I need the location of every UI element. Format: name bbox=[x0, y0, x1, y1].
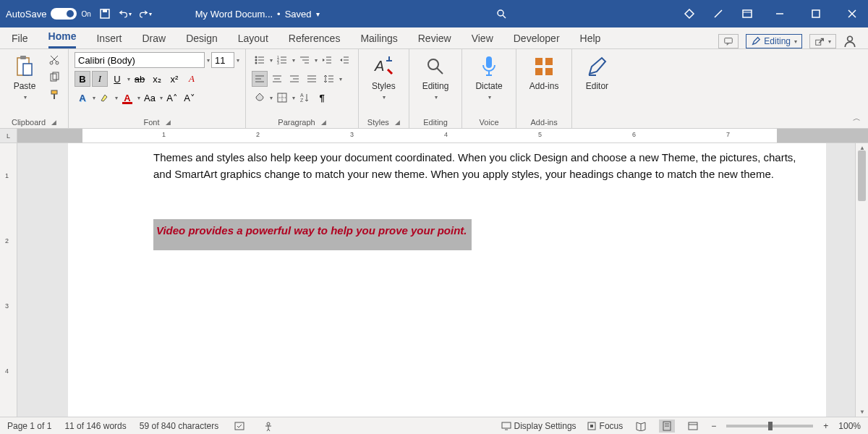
styles-icon: A bbox=[372, 55, 395, 78]
cut-button[interactable] bbox=[46, 52, 62, 68]
format-painter-button[interactable] bbox=[46, 87, 62, 103]
dialog-launcher-icon[interactable]: ◢ bbox=[395, 119, 400, 126]
zoom-in-button[interactable]: + bbox=[823, 421, 828, 431]
document-page[interactable]: Themes and styles also help keep your do… bbox=[68, 143, 826, 417]
save-icon[interactable] bbox=[98, 7, 111, 20]
dialog-launcher-icon[interactable]: ◢ bbox=[166, 119, 171, 126]
tab-help[interactable]: Help bbox=[580, 30, 601, 48]
subscript-button[interactable]: x₂ bbox=[149, 71, 165, 87]
account-icon[interactable] bbox=[843, 35, 856, 48]
app-window-icon[interactable] bbox=[741, 7, 754, 20]
align-left-button[interactable] bbox=[252, 71, 268, 87]
tab-design[interactable]: Design bbox=[186, 30, 218, 48]
paragraph-2-selected[interactable]: Video provides a powerful way to help yo… bbox=[68, 219, 826, 250]
print-layout-button[interactable] bbox=[659, 420, 675, 433]
spelling-icon[interactable] bbox=[231, 420, 247, 433]
paragraph-1[interactable]: Themes and styles also help keep your do… bbox=[68, 149, 826, 183]
tab-references[interactable]: References bbox=[289, 30, 341, 48]
clear-formatting-button[interactable]: A bbox=[184, 71, 200, 87]
tab-home[interactable]: Home bbox=[48, 27, 77, 48]
horizontal-ruler[interactable]: L 1 2 3 4 5 6 7 bbox=[0, 129, 868, 143]
redo-icon[interactable]: ▾ bbox=[139, 7, 152, 20]
scrollbar-thumb[interactable] bbox=[858, 150, 866, 201]
svg-point-24 bbox=[255, 56, 258, 59]
italic-button[interactable]: I bbox=[92, 71, 108, 87]
editing-mode-button[interactable]: Editing▾ bbox=[746, 34, 802, 48]
tab-layout[interactable]: Layout bbox=[238, 30, 268, 48]
search-icon[interactable] bbox=[495, 7, 508, 20]
tab-review[interactable]: Review bbox=[418, 30, 451, 48]
diamond-icon[interactable] bbox=[683, 7, 696, 20]
tab-mailings[interactable]: Mailings bbox=[360, 30, 397, 48]
highlight-button[interactable] bbox=[97, 90, 113, 106]
autosave-toggle[interactable]: AutoSave On bbox=[6, 8, 91, 20]
numbering-button[interactable]: 123 bbox=[274, 52, 290, 68]
justify-button[interactable] bbox=[304, 71, 320, 87]
vertical-scrollbar[interactable]: ▲ ▼ bbox=[855, 143, 868, 417]
bullets-button[interactable] bbox=[252, 52, 268, 68]
vertical-ruler[interactable]: 1 2 3 4 bbox=[0, 143, 17, 417]
copy-button[interactable] bbox=[46, 69, 62, 85]
addins-button[interactable]: Add-ins bbox=[522, 52, 566, 94]
sort-button[interactable]: AZ bbox=[297, 90, 312, 106]
dictate-button[interactable]: Dictate▾ bbox=[468, 52, 509, 103]
editing-button[interactable]: Editing▾ bbox=[415, 52, 456, 103]
display-settings-button[interactable]: Display Settings bbox=[501, 421, 576, 431]
share-button[interactable]: ▾ bbox=[809, 34, 836, 48]
decrease-indent-button[interactable] bbox=[319, 52, 335, 68]
collapse-ribbon-icon[interactable]: ︿ bbox=[853, 113, 861, 124]
read-mode-button[interactable] bbox=[633, 420, 649, 433]
comments-button[interactable] bbox=[718, 34, 739, 48]
word-count[interactable]: 11 of 146 words bbox=[64, 421, 126, 431]
bold-button[interactable]: B bbox=[75, 71, 90, 87]
styles-button[interactable]: AStyles▾ bbox=[365, 52, 403, 103]
font-name-input[interactable] bbox=[75, 52, 205, 68]
align-right-button[interactable] bbox=[286, 71, 302, 87]
underline-button[interactable]: U bbox=[109, 71, 125, 87]
selected-text[interactable]: Video provides a powerful way to help yo… bbox=[153, 219, 472, 250]
minimize-button[interactable] bbox=[770, 4, 790, 24]
document-name[interactable]: My Word Docum... bbox=[195, 9, 273, 20]
dialog-launcher-icon[interactable]: ◢ bbox=[321, 119, 326, 126]
svg-line-18 bbox=[52, 56, 58, 61]
shrink-font-button[interactable]: A˅ bbox=[182, 90, 197, 106]
tab-developer[interactable]: Developer bbox=[514, 30, 560, 48]
char-count[interactable]: 59 of 840 characters bbox=[140, 421, 218, 431]
strikethrough-button[interactable]: ab bbox=[132, 71, 148, 87]
font-size-input[interactable] bbox=[211, 52, 234, 68]
line-spacing-button[interactable] bbox=[321, 71, 337, 87]
paste-button[interactable]: Paste ▾ bbox=[6, 52, 43, 103]
scroll-down-icon[interactable]: ▼ bbox=[859, 409, 865, 415]
editor-button[interactable]: Editor bbox=[578, 52, 616, 94]
zoom-out-button[interactable]: − bbox=[711, 421, 716, 431]
align-center-button[interactable] bbox=[269, 71, 285, 87]
chevron-down-icon[interactable]: ▾ bbox=[207, 57, 210, 64]
superscript-button[interactable]: x² bbox=[166, 71, 182, 87]
tab-draw[interactable]: Draw bbox=[142, 30, 166, 48]
text-effects-button[interactable]: A bbox=[75, 90, 90, 106]
zoom-slider[interactable] bbox=[726, 425, 813, 427]
dialog-launcher-icon[interactable]: ◢ bbox=[51, 119, 56, 126]
focus-button[interactable]: Focus bbox=[587, 421, 624, 431]
accessibility-icon[interactable] bbox=[260, 420, 276, 433]
page-count[interactable]: Page 1 of 1 bbox=[7, 421, 51, 431]
shading-button[interactable] bbox=[252, 90, 268, 106]
close-button[interactable] bbox=[842, 4, 862, 24]
web-layout-button[interactable] bbox=[685, 420, 701, 433]
change-case-button[interactable]: Aa bbox=[142, 90, 158, 106]
multilevel-list-button[interactable] bbox=[297, 52, 312, 68]
brush-icon[interactable] bbox=[712, 7, 725, 20]
increase-indent-button[interactable] bbox=[336, 52, 352, 68]
tab-file[interactable]: File bbox=[12, 30, 28, 48]
font-color-button[interactable]: A bbox=[119, 90, 135, 106]
zoom-slider-handle[interactable] bbox=[768, 422, 773, 430]
zoom-level[interactable]: 100% bbox=[838, 421, 861, 431]
show-marks-button[interactable]: ¶ bbox=[314, 90, 330, 106]
maximize-button[interactable] bbox=[806, 4, 826, 24]
tab-view[interactable]: View bbox=[472, 30, 493, 48]
undo-icon[interactable]: ▾ bbox=[119, 7, 132, 20]
chevron-down-icon[interactable]: ▾ bbox=[237, 57, 239, 64]
tab-insert[interactable]: Insert bbox=[96, 30, 122, 48]
grow-font-button[interactable]: A˄ bbox=[164, 90, 180, 106]
borders-button[interactable] bbox=[274, 90, 290, 106]
